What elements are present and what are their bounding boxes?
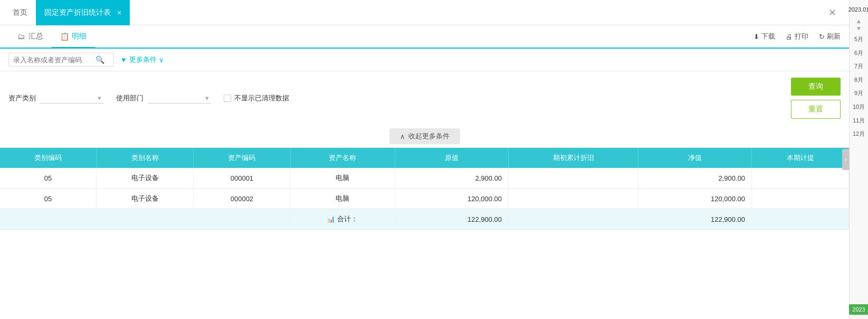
use-department-arrow-icon: ▾	[205, 94, 209, 102]
cell-category-code: 05	[0, 189, 97, 209]
print-button[interactable]: 🖨 打印	[786, 32, 808, 41]
filter-hide-cleared[interactable]: 不显示已清理数据	[224, 93, 289, 103]
table-wrap: 类别编码 类别名称 资产编码 资产名称 原值 期初累计折旧 净值 本期计提 05…	[0, 148, 849, 319]
nav-home[interactable]: 首页	[8, 8, 32, 17]
sidebar-up-icon[interactable]: ▲	[856, 18, 862, 24]
cell-net-value: 2,900.00	[638, 168, 752, 189]
col-initial-depreciation: 期初累计折旧	[509, 148, 638, 168]
total-initial-depreciation	[509, 209, 638, 230]
cell-category-name: 电子设备	[97, 168, 194, 189]
sidebar-year[interactable]: 2023	[849, 304, 868, 315]
nav-tab-close-icon[interactable]: ×	[117, 8, 121, 17]
refresh-icon: ↻	[819, 33, 825, 41]
filter-asset-category: 资产类别 ▾	[8, 93, 103, 104]
sidebar-down-icon[interactable]: ▼	[856, 25, 862, 32]
query-button[interactable]: 查询	[791, 78, 841, 96]
collapse-up-icon: ∧	[400, 133, 405, 140]
sidebar-month-item[interactable]: 9月	[851, 87, 867, 100]
sidebar-nav-arrows: ▲ ▼	[856, 18, 862, 32]
date-display: 2023.01	[847, 4, 868, 15]
total-row: 📊 合计： 122,900.00 122,900.00	[0, 209, 849, 230]
download-button[interactable]: ⬇ 下载	[753, 32, 775, 41]
right-sidebar: › 2023.01 ▲ ▼ 5月6月7月8月9月10月11月12月 2023	[849, 0, 868, 319]
toolbar: 🗂 汇总 📋 明细 ⬇ 下载 🖨 打印 ↻ 刷新	[0, 25, 849, 49]
cell-category-name: 电子设备	[97, 189, 194, 209]
tab-summary[interactable]: 🗂 汇总	[8, 25, 52, 49]
reset-button[interactable]: 重置	[791, 100, 841, 119]
search-icon: 🔍	[96, 55, 104, 64]
collapse-button[interactable]: ∧ 收起更多条件	[389, 128, 460, 144]
cell-initial-depreciation	[509, 189, 638, 209]
table-row: 05 电子设备 000001 电脑 2,900.00 2,900.00	[0, 168, 849, 189]
print-icon: 🖨	[786, 33, 793, 41]
filter-row: 资产类别 ▾ 使用部门 ▾ 不显示已清理数据 查询 重置	[8, 78, 841, 119]
col-category-name: 类别名称	[97, 148, 194, 168]
top-nav: 首页 固定资产折旧统计表 × ✕	[0, 0, 849, 25]
sidebar-expand-icon[interactable]: ›	[842, 149, 850, 170]
cell-original-value: 120,000.00	[395, 189, 509, 209]
tab-detail[interactable]: 📋 明细	[52, 25, 95, 49]
cell-net-value: 120,000.00	[638, 189, 752, 209]
search-input[interactable]	[13, 56, 92, 64]
cell-asset-name: 电脑	[290, 189, 395, 209]
window-close-icon[interactable]: ✕	[824, 5, 841, 21]
download-icon: ⬇	[753, 33, 759, 41]
filter-icon: ▼	[120, 56, 127, 64]
table-header-row: 类别编码 类别名称 资产编码 资产名称 原值 期初累计折旧 净值 本期计提	[0, 148, 849, 168]
cell-category-code: 05	[0, 168, 97, 189]
sidebar-month-item[interactable]: 11月	[851, 114, 867, 128]
hide-cleared-checkbox[interactable]	[224, 95, 231, 102]
more-conditions-button[interactable]: ▼ 更多条件 ∨	[120, 55, 164, 64]
search-bar: 🔍 ▼ 更多条件 ∨	[0, 49, 849, 71]
total-label: 📊 合计：	[290, 209, 395, 230]
sidebar-month-item[interactable]: 6月	[851, 46, 867, 60]
table-row: 05 电子设备 000002 电脑 120,000.00 120,000.00	[0, 189, 849, 209]
total-net-value: 122,900.00	[638, 209, 752, 230]
sidebar-month-item[interactable]: 5月	[851, 33, 867, 46]
col-current-provision: 本期计提	[752, 148, 849, 168]
data-table: 类别编码 类别名称 资产编码 资产名称 原值 期初累计折旧 净值 本期计提 05…	[0, 148, 849, 230]
chevron-down-icon: ∨	[159, 56, 164, 64]
nav-tab-active[interactable]: 固定资产折旧统计表 ×	[36, 0, 130, 25]
col-original-value: 原值	[395, 148, 509, 168]
filter-area: 资产类别 ▾ 使用部门 ▾ 不显示已清理数据 查询 重置	[0, 71, 849, 148]
cell-asset-name: 电脑	[290, 168, 395, 189]
tab-detail-label: 明细	[72, 32, 87, 41]
summary-icon: 🗂	[17, 32, 25, 41]
sidebar-month-item[interactable]: 12月	[851, 127, 867, 141]
cell-initial-depreciation	[509, 168, 638, 189]
sidebar-month-item[interactable]: 10月	[851, 100, 867, 114]
sidebar-month-item[interactable]: 8月	[851, 73, 867, 87]
total-original-value: 122,900.00	[395, 209, 509, 230]
total-icon-cell	[0, 209, 290, 230]
col-category-code: 类别编码	[0, 148, 97, 168]
cell-current-provision	[752, 189, 849, 209]
collapse-bar: ∧ 收起更多条件	[8, 125, 841, 147]
tab-summary-label: 汇总	[28, 32, 43, 41]
nav-tab-label: 固定资产折旧统计表	[44, 8, 111, 17]
toolbar-actions: ⬇ 下载 🖨 打印 ↻ 刷新	[753, 32, 841, 41]
total-current-provision	[752, 209, 849, 230]
cell-asset-code: 000002	[194, 189, 291, 209]
search-input-wrap[interactable]: 🔍	[8, 53, 114, 67]
filter-use-department: 使用部门 ▾	[116, 93, 211, 104]
asset-category-arrow-icon: ▾	[98, 94, 101, 102]
cell-current-provision	[752, 168, 849, 189]
sidebar-month-item[interactable]: 7月	[851, 60, 867, 73]
sidebar-months: 5月6月7月8月9月10月11月12月	[851, 33, 867, 141]
print-label: 打印	[795, 32, 808, 41]
collapse-label: 收起更多条件	[408, 132, 450, 141]
cell-original-value: 2,900.00	[395, 168, 509, 189]
hide-cleared-label: 不显示已清理数据	[234, 93, 289, 103]
filter-buttons: 查询 重置	[791, 78, 841, 119]
col-asset-name: 资产名称	[290, 148, 395, 168]
detail-icon: 📋	[60, 32, 69, 41]
refresh-label: 刷新	[827, 32, 841, 41]
cell-asset-code: 000001	[194, 168, 291, 189]
more-conditions-label: 更多条件	[129, 55, 157, 64]
refresh-button[interactable]: ↻ 刷新	[819, 32, 841, 41]
use-department-label: 使用部门	[116, 93, 144, 103]
asset-category-select[interactable]: ▾	[40, 93, 103, 104]
asset-category-label: 资产类别	[8, 93, 36, 103]
use-department-select[interactable]: ▾	[148, 93, 211, 104]
